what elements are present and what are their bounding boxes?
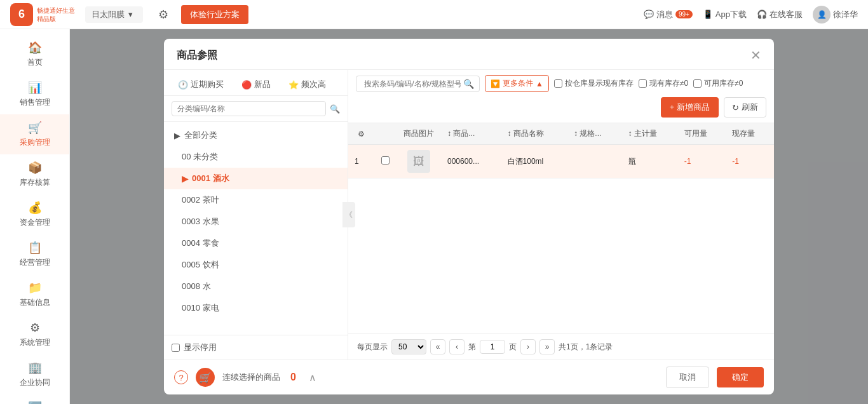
col-settings[interactable]: ⚙	[348, 123, 374, 145]
sidebar-item-label: 基础信息	[20, 297, 50, 308]
confirm-button[interactable]: 确定	[717, 367, 764, 387]
cell-check[interactable]	[374, 145, 397, 178]
refresh-button[interactable]: ↻ 刷新	[724, 97, 766, 118]
sidebar-item-guide[interactable]: 🆕 新手引导	[0, 394, 69, 404]
product-search-input[interactable]	[362, 76, 463, 91]
finance-icon: 💰	[28, 201, 42, 215]
selected-count: 0	[290, 372, 296, 383]
row-checkbox[interactable]	[381, 156, 390, 165]
category-search-input[interactable]	[172, 101, 326, 116]
tab-label: 近期购买	[191, 79, 224, 90]
recent-icon: 🕐	[178, 80, 188, 90]
sidebar-item-system[interactable]: ⚙ 系统管理	[0, 314, 69, 354]
customer-service-item[interactable]: 🎧 在线客服	[757, 9, 803, 20]
selected-label: 连续选择的商品	[222, 372, 280, 383]
category-label: 0002 茶叶	[182, 194, 219, 206]
tab-frequent[interactable]: ⭐ 频次高	[282, 75, 332, 95]
page-number-input[interactable]	[480, 340, 505, 354]
col-name[interactable]: ↕ 商品名称	[501, 123, 567, 145]
inventory-icon: 📦	[28, 161, 42, 175]
available-nonzero-checkbox[interactable]	[693, 79, 702, 88]
main-content: 商品参照 ✕ 🕐 近期购买 🔴 新品	[70, 29, 868, 404]
available-nonzero-checkbox-label[interactable]: 可用库存≠0	[693, 78, 743, 89]
sidebar-item-sales[interactable]: 📊 销售管理	[0, 74, 69, 114]
avatar: 👤	[813, 6, 831, 24]
search-icon[interactable]: 🔍	[463, 79, 474, 89]
sidebar-item-business[interactable]: 📋 经营管理	[0, 234, 69, 274]
tab-new[interactable]: 🔴 新品	[235, 75, 277, 95]
cell-available: -1	[678, 145, 726, 178]
cart-icon[interactable]: 🛒	[196, 368, 215, 387]
category-panel: 🕐 近期购买 🔴 新品 ⭐ 频次高	[164, 70, 348, 360]
category-item-0003[interactable]: 0003 水果	[164, 211, 348, 232]
show-disabled-label[interactable]: 显示停用	[184, 342, 217, 353]
collapse-footer-icon[interactable]: ∧	[309, 372, 316, 384]
category-item-0001[interactable]: ▶ 0001 酒水	[164, 168, 348, 189]
col-stock: 现存量	[726, 123, 774, 145]
next-page-button[interactable]: ›	[520, 339, 536, 354]
col-code[interactable]: ↕ 商品...	[441, 123, 501, 145]
modal-title: 商品参照	[177, 49, 217, 62]
category-item-00[interactable]: 00 未分类	[164, 146, 348, 168]
category-item-0010[interactable]: 0010 家电	[164, 297, 348, 319]
cancel-button[interactable]: 取消	[666, 367, 709, 388]
sidebar-item-basics[interactable]: 📁 基础信息	[0, 274, 69, 314]
page-label: 第	[468, 342, 476, 353]
settings-icon[interactable]: ⚙	[153, 4, 173, 25]
cell-code: 000600...	[441, 145, 501, 178]
store-name: 日太阳膜	[92, 9, 125, 20]
category-item-0004[interactable]: 0004 零食	[164, 232, 348, 254]
refresh-label: 刷新	[742, 102, 758, 113]
table-row[interactable]: 1 🖼 000600... 白酒100ml 瓶 -1	[348, 145, 774, 178]
close-button[interactable]: ✕	[750, 48, 761, 63]
per-page-label: 每页显示	[357, 342, 388, 353]
sidebar-item-enterprise[interactable]: 🏢 企业协同	[0, 354, 69, 394]
more-filter-button[interactable]: 🔽 更多条件 ▲	[485, 75, 549, 92]
modal-overlay: 商品参照 ✕ 🕐 近期购买 🔴 新品	[70, 29, 868, 404]
help-button[interactable]: ?	[174, 370, 188, 384]
page-suffix: 页	[509, 342, 517, 353]
sidebar-item-purchase[interactable]: 🛒 采购管理	[0, 114, 69, 154]
category-item-all[interactable]: ▶ 全部分类	[164, 125, 348, 146]
app-download-item[interactable]: 📱 App下载	[703, 9, 747, 20]
warehouse-stock-checkbox-label[interactable]: 按仓库显示现有库存	[554, 78, 634, 89]
category-item-0005[interactable]: 0005 饮料	[164, 254, 348, 276]
col-check	[374, 123, 397, 145]
messages-item[interactable]: 💬 消息 99+	[644, 9, 693, 20]
app-icon: 📱	[703, 10, 713, 19]
search-icon[interactable]: 🔍	[330, 104, 340, 114]
category-item-0008[interactable]: 0008 水	[164, 276, 348, 297]
col-spec[interactable]: ↕ 规格...	[567, 123, 622, 145]
per-page-select[interactable]: 10 20 50 100	[391, 339, 426, 354]
enterprise-icon: 🏢	[28, 361, 42, 375]
product-reference-modal: 商品参照 ✕ 🕐 近期购买 🔴 新品	[164, 39, 774, 394]
tab-recent[interactable]: 🕐 近期购买	[172, 75, 230, 95]
product-table: ⚙ 商品图片 ↕ 商品... ↕ 商品名称 ↕ 规格... ↕ 主计量 可用量 …	[348, 123, 774, 178]
col-unit[interactable]: ↕ 主计量	[622, 123, 678, 145]
collapse-icon: ▲	[536, 79, 543, 88]
toolbar-right-actions: + 新增商品 ↻ 刷新	[661, 97, 766, 118]
warehouse-stock-checkbox[interactable]	[554, 79, 562, 88]
new-icon: 🔴	[241, 80, 252, 90]
stock-nonzero-checkbox-label[interactable]: 现有库存≠0	[639, 78, 688, 89]
show-disabled-section: 显示停用	[164, 335, 348, 360]
sidebar-item-inventory[interactable]: 📦 库存核算	[0, 154, 69, 194]
prev-page-button[interactable]: ‹	[449, 339, 465, 354]
arrow-icon: ▶	[182, 174, 188, 184]
sidebar-item-home[interactable]: 🏠 首页	[0, 34, 69, 74]
sidebar-item-label: 库存核算	[20, 177, 50, 188]
modal-header: 商品参照 ✕	[164, 39, 774, 70]
first-page-button[interactable]: «	[430, 339, 445, 354]
category-item-0002[interactable]: 0002 茶叶	[164, 189, 348, 211]
add-product-button[interactable]: + 新增商品	[661, 97, 719, 118]
user-profile[interactable]: 👤 徐泽华	[813, 6, 858, 24]
home-icon: 🏠	[28, 41, 42, 55]
trial-button[interactable]: 体验行业方案	[181, 5, 248, 24]
store-selector[interactable]: 日太阳膜 ▾	[85, 6, 143, 23]
show-disabled-checkbox[interactable]	[172, 344, 180, 352]
logo: 6 畅捷通好生意 精品版	[10, 3, 75, 26]
last-page-button[interactable]: »	[539, 339, 555, 354]
sidebar-item-finance[interactable]: 💰 资金管理	[0, 194, 69, 234]
stock-nonzero-checkbox[interactable]	[639, 79, 647, 88]
purchase-icon: 🛒	[28, 121, 42, 135]
